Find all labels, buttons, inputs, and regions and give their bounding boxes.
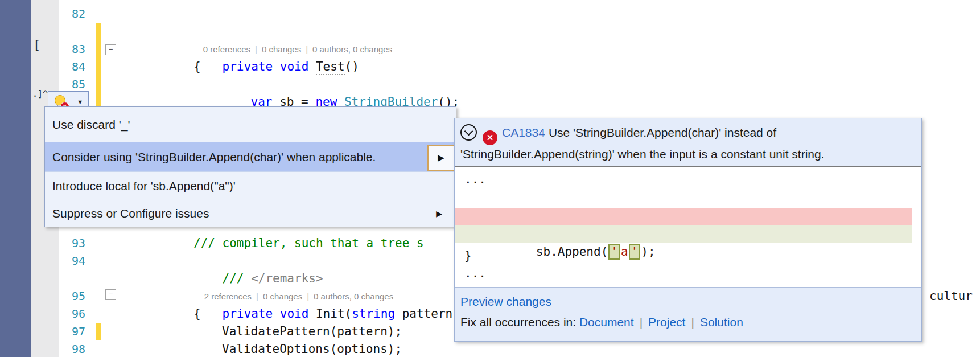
preview-changes-link[interactable]: Preview changes — [460, 295, 551, 308]
menu-item-use-discard[interactable]: Use discard '_' — [45, 107, 456, 142]
link-separator: | — [685, 315, 699, 329]
rule-id-link[interactable]: CA1834 — [497, 126, 549, 139]
method-name: Test — [316, 60, 345, 75]
preview-ellipsis-top: ... — [464, 171, 486, 188]
indent-guide — [130, 3, 130, 106]
menu-item-consider-append-char[interactable]: Consider using 'StringBuilder.Append(cha… — [45, 142, 456, 171]
punctuation: ); — [641, 245, 655, 258]
quick-actions-menu: Use discard '_' Consider using 'StringBu… — [44, 106, 456, 227]
line-number-84: 84 — [56, 58, 85, 76]
popup-footer: Preview changes Fix all occurrences in: … — [455, 287, 921, 341]
parameter: pattern — [395, 307, 452, 321]
menu-item-label: Suppress or Configure issues — [52, 207, 209, 220]
preview-ellipsis-bottom: ... — [464, 265, 486, 282]
line-number-97: 97 — [56, 323, 85, 340]
error-icon: ✕ — [483, 130, 497, 145]
submenu-arrow-icon: ▶ — [438, 151, 444, 165]
link-separator: | — [634, 315, 648, 329]
code-line-95-right-fragment[interactable]: cultur — [929, 288, 973, 305]
menu-item-introduce-local[interactable]: Introduce local for 'sb.Append("a")' — [45, 172, 456, 200]
dropdown-arrow-icon[interactable]: ▼ — [77, 99, 83, 105]
preview-line-added: sb.Append('a'); — [493, 225, 656, 278]
code-line-96[interactable]: { — [193, 305, 201, 323]
code-line-97[interactable]: ValidatePattern(pattern); — [222, 323, 402, 340]
keyword: string — [352, 307, 395, 321]
code-line-98[interactable]: ValidateOptions(options); — [222, 340, 402, 357]
collapse-button-line95[interactable]: − — [105, 289, 116, 300]
collapse-button-line83[interactable]: − — [105, 44, 116, 55]
chevron-down-circle-icon[interactable] — [460, 124, 477, 141]
method-name: Init( — [316, 307, 352, 321]
indent-guide — [170, 3, 170, 106]
diagnostic-preview-popup: ✕CA1834Use 'StringBuilder.Append(char)' … — [454, 118, 922, 342]
method-call: sb.Append( — [536, 245, 608, 258]
line-number-98: 98 — [56, 340, 85, 357]
code-line-93[interactable]: /// compiler, such that a tree s — [193, 235, 424, 252]
keyword: private — [223, 60, 280, 73]
keyword: void — [280, 307, 316, 321]
code-editor-screen: [ .]^ 82 83 84 85 86 93 94 95 96 97 98 −… — [0, 0, 980, 357]
indent-guide — [130, 229, 130, 357]
popup-divider — [455, 166, 921, 167]
fix-in-solution-link[interactable]: Solution — [700, 315, 743, 329]
menu-item-label: Consider using 'StringBuilder.Append(cha… — [52, 150, 376, 164]
menu-item-label: Introduce local for 'sb.Append("a")' — [52, 179, 236, 193]
popup-header: ✕CA1834Use 'StringBuilder.Append(char)' … — [455, 118, 921, 166]
fix-in-document-link[interactable]: Document — [579, 315, 634, 329]
margin-mark-bracket: [ — [33, 38, 40, 52]
submenu-expand-button[interactable]: ▶ — [427, 145, 455, 171]
change-bar-top — [96, 23, 101, 107]
line-number-82: 82 — [56, 5, 85, 23]
fix-all-label: Fix all occurrences in: — [460, 315, 579, 329]
fix-in-project-link[interactable]: Project — [648, 315, 685, 329]
preview-close-brace: } — [464, 247, 472, 265]
punctuation: () — [345, 60, 359, 73]
char-quote-added: ' — [629, 244, 641, 260]
char-content: a — [621, 245, 628, 258]
line-number-83: 83 — [56, 40, 85, 58]
outline-region-line — [110, 270, 110, 288]
keyword: void — [280, 60, 316, 73]
outline-region-tick — [110, 270, 114, 270]
submenu-arrow-icon: ▶ — [436, 207, 442, 220]
char-quote-added: ' — [608, 244, 620, 260]
line-number-94: 94 — [56, 252, 85, 270]
line-number-95: 95 — [56, 288, 85, 305]
keyword: private — [223, 307, 280, 321]
indent-guide — [170, 229, 170, 357]
left-scroll-strip[interactable] — [0, 0, 31, 357]
change-bar-line97 — [96, 323, 101, 340]
menu-item-suppress-configure[interactable]: Suppress or Configure issues ▶ — [45, 200, 456, 227]
menu-item-label: Use discard '_' — [52, 118, 130, 132]
code-line-84[interactable]: { — [193, 58, 201, 76]
line-number-96: 96 — [56, 305, 85, 323]
margin-mark-caret: .]^ — [32, 89, 48, 99]
line-number-93: 93 — [56, 235, 85, 252]
